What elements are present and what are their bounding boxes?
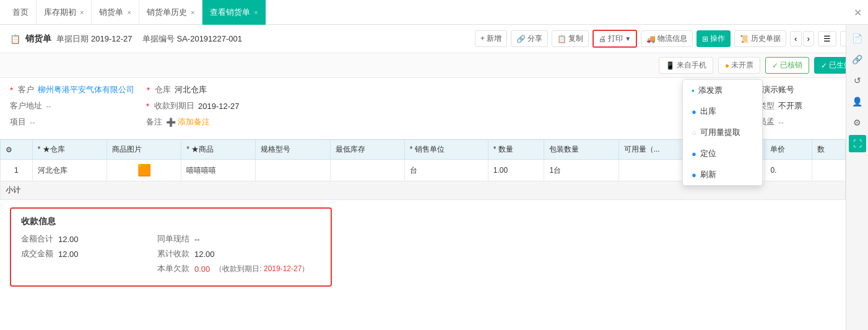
summary-row-2: 成交金额 12.00 累计收款 12.00 bbox=[21, 248, 321, 259]
mobile-icon: 📱 bbox=[666, 61, 675, 70]
tab-inventory-init[interactable]: 库存期初 × bbox=[37, 0, 92, 25]
outbound-item[interactable]: ● 出库 bbox=[683, 101, 762, 122]
col-sales-unit: * 销售单位 bbox=[404, 140, 488, 160]
col-warehouse: * ★仓库 bbox=[32, 140, 106, 160]
same-order-settle-field: 同单现结 -- bbox=[157, 233, 269, 245]
sidebar-user-icon[interactable]: 👤 bbox=[849, 93, 866, 110]
tab-close-history[interactable]: × bbox=[191, 9, 194, 16]
add-invoice-item[interactable]: ▪ 添发票 bbox=[683, 80, 762, 101]
col-product: * ★商品 bbox=[181, 140, 256, 160]
sidebar-settings-icon[interactable]: ⚙ bbox=[849, 114, 866, 131]
col-more: 数 bbox=[812, 140, 846, 160]
effect-icon: ✓ bbox=[821, 61, 827, 70]
sidebar-document-icon[interactable]: 📄 bbox=[849, 30, 866, 47]
tab-home[interactable]: 首页 bbox=[5, 0, 37, 25]
row-min-stock bbox=[330, 160, 404, 181]
prev-button[interactable]: ‹ bbox=[790, 31, 801, 46]
list-view-button[interactable]: ☰ bbox=[818, 31, 836, 46]
new-button[interactable]: + 新增 bbox=[475, 30, 507, 47]
copy-button[interactable]: 📋 复制 bbox=[552, 30, 589, 47]
history-icon: 📜 bbox=[740, 35, 749, 43]
col-quantity: * 数量 bbox=[488, 140, 544, 160]
remark-field: 备注 ➕ 添加备注 bbox=[146, 116, 270, 128]
sidebar-refresh-icon[interactable]: ↺ bbox=[849, 72, 866, 89]
logistics-button[interactable]: 🚚 物流信息 bbox=[641, 30, 693, 47]
row-spec bbox=[256, 160, 330, 181]
tab-bar: 首页 库存期初 × 销货单 × 销货单历史 × 查看销货单 × ✕ bbox=[0, 0, 868, 25]
deal-amount-field: 成交金额 12.00 bbox=[21, 248, 132, 259]
add-invoice-icon: ▪ bbox=[692, 86, 695, 95]
payment-due-field: * 收款到期日 2019-12-27 bbox=[146, 100, 270, 111]
checked-status-btn[interactable]: ✓ 已核销 bbox=[765, 57, 809, 74]
row-warehouse: 河北仓库 bbox=[32, 160, 106, 181]
summary-row-1: 金额合计 12.00 同单现结 -- bbox=[21, 233, 321, 245]
operation-icon: ⊞ bbox=[702, 35, 708, 43]
share-icon: 🔗 bbox=[516, 35, 526, 43]
available-qty-item[interactable]: ○ 可用量提取 bbox=[683, 122, 762, 143]
window-close-button[interactable]: ✕ bbox=[854, 6, 862, 18]
doc-header: 📋 销货单 单据日期 2019-12-27 单据编号 SA-20191227-0… bbox=[0, 25, 868, 53]
row-more bbox=[812, 160, 846, 181]
unopened-status-btn[interactable]: ● 未开票 bbox=[718, 57, 760, 74]
customer-field: * 客户 柳州粤港平安气体有限公司 bbox=[10, 84, 134, 95]
summary-row-3: 本单欠款 0.00 （收款到期日: 2019-12-27） bbox=[21, 263, 321, 274]
doc-meta: 单据日期 2019-12-27 单据编号 SA-20191227-001 bbox=[56, 33, 242, 45]
add-remark-btn[interactable]: ➕ 添加备注 bbox=[166, 116, 210, 128]
doc-title: 销货单 bbox=[25, 33, 51, 45]
operation-dropdown: ▪ 添发票 ● 出库 ○ 可用量提取 ● 定位 ● 刷新 bbox=[682, 79, 763, 186]
share-button[interactable]: 🔗 分享 bbox=[511, 30, 548, 47]
main-content: 📋 销货单 单据日期 2019-12-27 单据编号 SA-20191227-0… bbox=[0, 25, 868, 330]
col-gear[interactable]: ⚙ bbox=[1, 140, 33, 160]
available-qty-icon: ○ bbox=[692, 128, 697, 137]
col-min-stock: 最低库存 bbox=[330, 140, 404, 160]
tab-close-sales[interactable]: × bbox=[127, 9, 131, 16]
warehouse-field: * 仓库 河北仓库 bbox=[147, 84, 271, 95]
col-pack-qty: 包装数量 bbox=[544, 140, 618, 160]
refresh-icon: ● bbox=[692, 170, 697, 180]
sidebar-expand-icon[interactable]: ⛶ bbox=[849, 135, 866, 152]
tab-close-view[interactable]: × bbox=[254, 9, 258, 16]
history-button[interactable]: 📜 历史单据 bbox=[734, 30, 786, 47]
outbound-icon: ● bbox=[692, 107, 697, 116]
row-unit-price: 0. bbox=[765, 160, 812, 181]
project-field: 项目 -- bbox=[10, 116, 134, 128]
tab-view-sales[interactable]: 查看销货单 × bbox=[202, 0, 266, 25]
col-image: 商品图片 bbox=[106, 140, 181, 160]
print-icon: 🖨 bbox=[599, 35, 606, 43]
summary-section: 收款信息 金额合计 12.00 同单现结 -- 成交金额 12.00 累计收款 … bbox=[10, 207, 332, 287]
doc-date-field: 单据日期 2019-12-27 bbox=[56, 33, 132, 45]
empty-field bbox=[21, 263, 132, 274]
col-spec: 规格型号 bbox=[256, 140, 330, 160]
unopened-icon: ● bbox=[725, 61, 729, 70]
row-product: 嘻嘻嘻嘻 bbox=[181, 160, 256, 181]
check-icon: ✓ bbox=[772, 61, 778, 70]
operation-button[interactable]: ⊞ 操作 bbox=[697, 30, 731, 47]
row-quantity: 1.00 bbox=[488, 160, 544, 181]
print-button[interactable]: 🖨 打印 ▼ bbox=[592, 30, 637, 48]
right-sidebar: 📄 🔗 ↺ 👤 ⚙ ⛶ bbox=[846, 25, 868, 330]
row-sales-unit: 台 bbox=[404, 160, 488, 181]
row-index: 1 bbox=[1, 160, 33, 181]
copy-icon: 📋 bbox=[557, 35, 566, 43]
due-date-value: 2019-12-27 bbox=[264, 264, 302, 273]
plus-icon: ➕ bbox=[166, 118, 176, 127]
summary-title: 收款信息 bbox=[21, 216, 321, 227]
gear-icon[interactable]: ⚙ bbox=[6, 145, 12, 154]
row-pack-qty: 1台 bbox=[544, 160, 618, 181]
doc-title-area: 📋 销货单 单据日期 2019-12-27 单据编号 SA-20191227-0… bbox=[10, 33, 242, 45]
refresh-item[interactable]: ● 刷新 bbox=[683, 164, 762, 185]
nav-arrows: ‹ › bbox=[790, 31, 814, 46]
tab-close-inventory[interactable]: × bbox=[80, 9, 84, 16]
locate-item[interactable]: ● 定位 bbox=[683, 143, 762, 164]
order-debt-field: 本单欠款 0.00 （收款到期日: 2019-12-27） bbox=[157, 263, 309, 274]
doc-number-field: 单据编号 SA-20191227-001 bbox=[142, 33, 243, 45]
mobile-status-btn[interactable]: 📱 来自手机 bbox=[659, 57, 713, 74]
sidebar-link-icon[interactable]: 🔗 bbox=[849, 51, 866, 68]
address-field: 客户地址 -- bbox=[10, 100, 134, 111]
print-dropdown-arrow[interactable]: ▼ bbox=[625, 35, 631, 42]
next-button[interactable]: › bbox=[803, 31, 814, 46]
doc-icon: 📋 bbox=[10, 34, 20, 44]
row-image: 🟧 bbox=[106, 160, 181, 181]
tab-sales-history[interactable]: 销货单历史 × bbox=[139, 0, 202, 25]
tab-sales-order[interactable]: 销货单 × bbox=[92, 0, 139, 25]
